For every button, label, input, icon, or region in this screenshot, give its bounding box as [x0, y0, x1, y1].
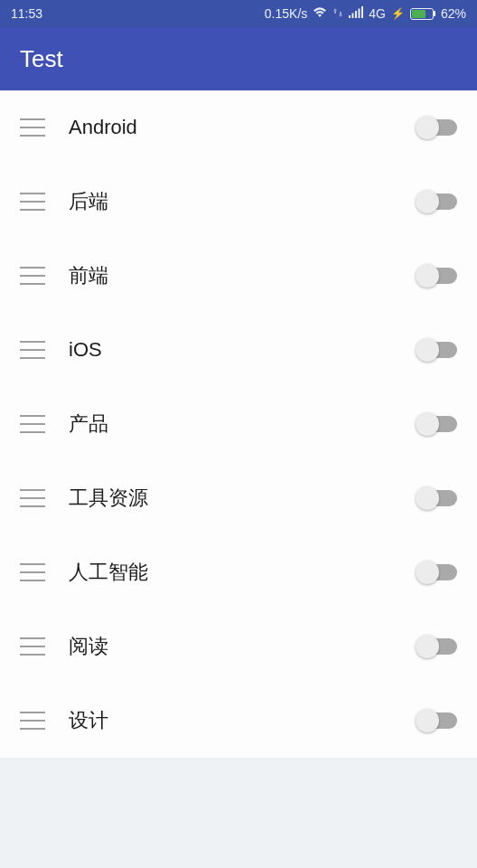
toggle-switch[interactable] — [417, 564, 457, 580]
drag-handle-icon[interactable] — [20, 341, 45, 359]
item-label: 人工智能 — [69, 559, 417, 586]
item-label: 后端 — [69, 188, 417, 215]
settings-list: Android后端前端iOS产品工具资源人工智能阅读设计 — [0, 90, 477, 758]
charging-icon: ⚡ — [391, 7, 405, 20]
toggle-thumb — [416, 561, 439, 584]
item-label: 阅读 — [69, 633, 417, 660]
status-speed: 0.15K/s — [265, 6, 307, 21]
list-item: 产品 — [0, 387, 477, 461]
status-bar: 11:53 0.15K/s 4G ⚡ 62% — [0, 0, 477, 27]
item-label: 设计 — [69, 707, 417, 734]
drag-handle-icon[interactable] — [20, 193, 45, 211]
list-item: 工具资源 — [0, 461, 477, 535]
toggle-thumb — [416, 412, 439, 436]
toggle-thumb — [416, 116, 439, 139]
list-item: iOS — [0, 313, 477, 387]
toggle-switch[interactable] — [417, 490, 457, 506]
toggle-thumb — [416, 709, 439, 732]
item-label: iOS — [69, 338, 417, 362]
list-item: 后端 — [0, 165, 477, 239]
drag-handle-icon[interactable] — [20, 637, 45, 656]
drag-handle-icon[interactable] — [20, 118, 45, 137]
item-label: 前端 — [69, 262, 417, 289]
drag-handle-icon[interactable] — [20, 563, 45, 581]
battery-icon — [410, 8, 435, 20]
list-item: 设计 — [0, 684, 477, 758]
toggle-switch[interactable] — [417, 342, 457, 358]
drag-handle-icon[interactable] — [20, 489, 45, 507]
wifi-icon — [313, 6, 327, 22]
status-battery: 62% — [441, 6, 466, 21]
status-time: 11:53 — [11, 6, 42, 21]
toggle-switch[interactable] — [417, 416, 457, 432]
item-label: 工具资源 — [69, 485, 417, 512]
drag-handle-icon[interactable] — [20, 712, 45, 730]
toggle-switch[interactable] — [417, 193, 457, 210]
svg-rect-0 — [349, 15, 351, 18]
list-item: Android — [0, 90, 477, 165]
signal-icon — [349, 6, 363, 21]
item-label: 产品 — [69, 410, 417, 438]
svg-rect-2 — [355, 11, 357, 18]
toggle-thumb — [416, 190, 439, 213]
list-item: 前端 — [0, 239, 477, 313]
status-right: 0.15K/s 4G ⚡ 62% — [265, 6, 466, 22]
page-title: Test — [20, 45, 63, 73]
status-network: 4G — [369, 6, 386, 21]
status-left: 11:53 — [11, 6, 42, 21]
list-item: 阅读 — [0, 609, 477, 684]
svg-rect-4 — [361, 6, 363, 18]
svg-rect-3 — [359, 9, 360, 19]
updown-icon — [332, 6, 343, 22]
toggle-thumb — [416, 486, 439, 510]
toggle-switch[interactable] — [417, 268, 457, 284]
svg-rect-1 — [352, 14, 354, 19]
list-item: 人工智能 — [0, 535, 477, 609]
toggle-switch[interactable] — [417, 712, 457, 729]
drag-handle-icon[interactable] — [20, 415, 45, 433]
app-bar: Test — [0, 27, 477, 90]
toggle-thumb — [416, 338, 439, 362]
toggle-switch[interactable] — [417, 119, 457, 136]
toggle-thumb — [416, 635, 439, 658]
drag-handle-icon[interactable] — [20, 267, 45, 285]
item-label: Android — [69, 116, 417, 139]
toggle-thumb — [416, 264, 439, 288]
toggle-switch[interactable] — [417, 638, 457, 655]
